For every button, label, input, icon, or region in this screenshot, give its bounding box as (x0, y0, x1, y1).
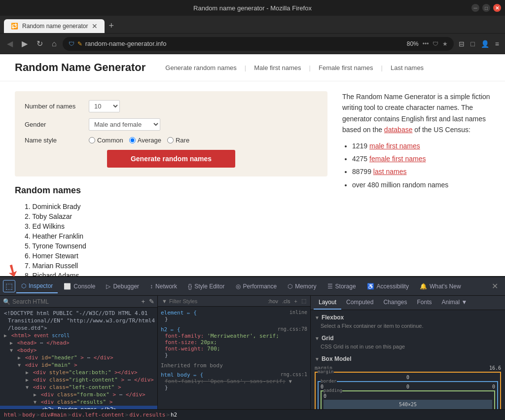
devtools-close-button[interactable]: ✕ (488, 280, 502, 293)
female-names-link[interactable]: female first names (369, 155, 426, 163)
html-line-body[interactable]: ▼ <body> (0, 347, 157, 354)
maximize-button[interactable]: □ (482, 4, 490, 12)
layout-content: ▼ Flexbox Select a Flex container or ite… (311, 310, 505, 409)
breadcrumb-html[interactable]: html (4, 412, 17, 418)
male-names-link[interactable]: male first names (369, 142, 420, 150)
html-line-doctype2[interactable]: Transitional//EN" "http://www.w3.org/TR/… (0, 317, 157, 324)
html-line-left-content[interactable]: ▼ <div class="left-content" > (0, 384, 157, 391)
gender-select[interactable]: Male and femaleMaleFemale (89, 118, 160, 131)
devtools-tab-console[interactable]: ⬜ Console (59, 280, 100, 293)
layout-tab-computed[interactable]: Computed (341, 296, 378, 310)
tab-manager-icon[interactable]: □ (469, 38, 476, 50)
grid-title[interactable]: ▼ Grid (315, 335, 501, 342)
nav-male-first[interactable]: Male first names (254, 64, 301, 71)
layout-tab-changes[interactable]: Changes (378, 296, 412, 310)
style-rare-radio[interactable] (167, 137, 174, 143)
layout-tab-fonts[interactable]: Fonts (412, 296, 436, 310)
site-title: Random Name Generator (15, 61, 145, 74)
toolbar-icons: ⊟ □ 👤 ≡ (457, 38, 501, 50)
html-line-head[interactable]: ▶ <head> ⋯ </head> (0, 339, 157, 347)
list-item: 5. Tyrone Townsend (25, 241, 327, 251)
devtools-tab-inspector[interactable]: ⬡ Inspector (16, 280, 58, 293)
pick-element-icon[interactable]: ✎ (149, 298, 154, 305)
style-rare-label[interactable]: Rare (167, 137, 189, 144)
add-rule-btn[interactable]: + (294, 298, 297, 304)
devtools-tab-memory[interactable]: ⬡ Memory (283, 280, 321, 293)
breadcrumb-left-content[interactable]: div.left-content (72, 412, 124, 418)
class-toggle-btn[interactable]: .cls (282, 298, 290, 304)
overflow-menu-icon[interactable]: ••• (423, 40, 429, 47)
close-button[interactable]: ✕ (493, 4, 501, 12)
devtools-tab-debugger[interactable]: ▷ Debugger (101, 280, 144, 293)
style-common-radio[interactable] (89, 137, 95, 143)
reload-button[interactable]: ↻ (34, 37, 46, 50)
box-model-title[interactable]: ▼ Box Model (315, 355, 501, 362)
style-common-label[interactable]: Common (89, 137, 123, 144)
number-of-names-row: Number of names 10520 (25, 100, 318, 112)
style-average-radio[interactable] (129, 137, 136, 143)
devtools-tab-accessibility[interactable]: ♿ Accessibility (362, 280, 414, 293)
minimize-button[interactable]: ─ (471, 4, 479, 12)
style-average-label[interactable]: Average (129, 137, 161, 144)
generate-button[interactable]: Generate random names (107, 150, 235, 168)
nav-female-first[interactable]: Female first names (319, 64, 373, 71)
devtools-tab-performance[interactable]: ◎ Performance (231, 280, 282, 293)
layout-tab-layout[interactable]: Layout (314, 296, 341, 310)
html-line-right-content[interactable]: ▶ <div class="right-content" > ⋯ </div> (0, 376, 157, 384)
nav-last-names[interactable]: Last names (391, 64, 424, 71)
nav-generate[interactable]: Generate random names (165, 64, 237, 71)
sidebar-icon[interactable]: ⊟ (457, 38, 467, 50)
add-element-icon[interactable]: + (141, 298, 145, 305)
hamburger-menu-icon[interactable]: ≡ (493, 38, 501, 50)
name-style-label: Name style (25, 137, 89, 144)
breadcrumb-results[interactable]: div.results (129, 412, 165, 418)
flexbox-title[interactable]: ▼ Flexbox (315, 314, 501, 321)
hover-state-btn[interactable]: :hov (268, 298, 278, 304)
html-line-form-box[interactable]: ▶ <div class="form-box" > ⋯ </div> (0, 391, 157, 398)
back-button[interactable]: ◀ (4, 37, 16, 50)
html-line-clear[interactable]: ▶ <div style="clear:both;" ></div> (0, 369, 157, 376)
window-controls: ─ □ ✕ (471, 4, 501, 12)
devtools-tab-style-editor[interactable]: {} Style Editor (183, 280, 229, 293)
html-search-input[interactable] (12, 298, 137, 305)
list-item: 1. Dominick Brady (25, 202, 327, 211)
html-line-html[interactable]: ▶ <html> event scroll (0, 332, 157, 339)
html-line-doctype3[interactable]: /loose.dtd"> (0, 324, 157, 332)
console-icon: ⬜ (64, 283, 71, 290)
filter-styles-input[interactable] (169, 298, 266, 304)
devtools-tab-whats-new[interactable]: 🔔 What's New (415, 280, 466, 293)
home-button[interactable]: ⌂ (49, 37, 60, 50)
content-size-display: 540×25 (324, 400, 492, 409)
number-select[interactable]: 10520 (89, 100, 120, 112)
devtools-panels: 🔍 + ✎ <!DOCTYPE html PUBLIC "-//W3C//DTD… (0, 296, 505, 409)
layout-tab-animal[interactable]: Animal ▼ (436, 296, 472, 310)
style-editor-icon: {} (188, 283, 192, 290)
forward-button[interactable]: ▶ (19, 37, 31, 50)
active-tab[interactable]: 🔁 Random name generator ✕ (4, 19, 105, 33)
list-item: 8. Richard Adams (25, 271, 327, 276)
devtools-pick-element-icon[interactable]: ⬚ (3, 280, 15, 292)
copy-rules-btn[interactable]: ⬚ (301, 298, 306, 304)
profile-icon[interactable]: 👤 (479, 38, 491, 50)
whats-new-icon: 🔔 (420, 283, 427, 290)
tab-close-button[interactable]: ✕ (92, 22, 98, 30)
html-line-div-header[interactable]: ▶ <div id="header" > ⋯ </div> (0, 354, 157, 361)
browser-window: Random name generator - Mozilla Firefox … (0, 0, 505, 420)
new-tab-button[interactable]: + (105, 18, 118, 33)
breadcrumb-h2[interactable]: h2 (171, 412, 177, 418)
html-line-results[interactable]: ▼ <div class="results" > (0, 398, 157, 406)
devtools-panel: ⬚ ⬡ Inspector ⬜ Console ▷ Debugger ↕ Net… (0, 276, 505, 420)
html-line-doctype[interactable]: <!DOCTYPE html PUBLIC "-//W3C//DTD HTML … (0, 310, 157, 317)
last-names-link[interactable]: last names (373, 168, 407, 175)
breadcrumb-body[interactable]: body (22, 412, 36, 418)
html-line-div-main[interactable]: ▼ <div id="main" > (0, 361, 157, 369)
gender-row: Gender Male and femaleMaleFemale (25, 118, 318, 131)
html-line-h2-selected[interactable]: <h2> Random names </h2> (0, 406, 157, 409)
bookmark-star-icon[interactable]: ★ (442, 40, 448, 47)
address-bar-input[interactable]: 🛡 ✎ random-name-generator.info 80% ••• 🛡… (63, 37, 454, 51)
devtools-tab-network[interactable]: ↕ Network (145, 280, 182, 293)
devtools-tab-storage[interactable]: ☰ Storage (323, 280, 361, 293)
database-link[interactable]: database (384, 126, 413, 134)
shield-verify-icon: 🛡 (433, 40, 438, 47)
breadcrumb-main[interactable]: div#main (40, 412, 67, 418)
